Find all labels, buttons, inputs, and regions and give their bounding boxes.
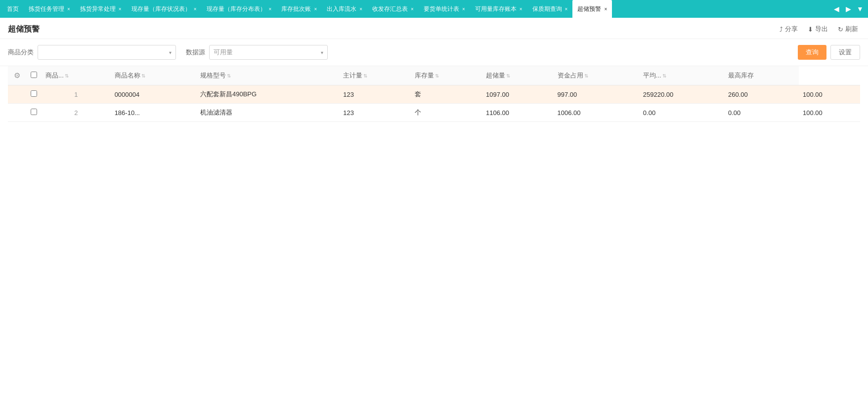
row-checkbox[interactable]	[31, 109, 37, 115]
header-actions: ⤴ 分享 ⬇ 导出 ↻ 刷新	[778, 24, 860, 35]
query-button[interactable]: 查询	[798, 45, 826, 60]
data-source-select[interactable]: 可用量 ▾	[209, 45, 328, 60]
nav-tab-home[interactable]: 首页	[2, 0, 24, 18]
tab-label: 收发存汇总表	[372, 5, 408, 13]
row-num: 2	[42, 104, 111, 122]
tab-close-order-stats[interactable]: ×	[462, 6, 465, 12]
tab-close-available-stock[interactable]: ×	[520, 6, 522, 12]
nav-tab-overstock-warning[interactable]: 超储预警×	[572, 0, 612, 18]
row-gear	[8, 85, 26, 104]
row-gear	[8, 104, 26, 122]
tab-label: 库存批次账	[281, 5, 311, 13]
row-product-name: 机油滤清器	[196, 104, 339, 122]
share-icon: ⤴	[780, 26, 783, 33]
sort-icon-unit[interactable]: ⇅	[363, 73, 367, 79]
nav-tab-collect-summary[interactable]: 收发存汇总表×	[367, 0, 419, 18]
nav-tab-task-mgmt[interactable]: 拣货任务管理×	[24, 0, 75, 18]
tab-label: 首页	[7, 5, 19, 13]
row-num: 1	[42, 85, 111, 104]
sort-icon-inv[interactable]: ⇅	[435, 73, 439, 79]
tab-close-collect-summary[interactable]: ×	[411, 6, 414, 12]
tab-label: 拣货异常处理	[80, 5, 116, 13]
tab-label: 出入库流水	[327, 5, 356, 13]
refresh-button[interactable]: ↻ 刷新	[836, 24, 860, 35]
tab-label: 现存量（库存状况表）	[131, 5, 191, 13]
product-category-label: 商品分类	[8, 48, 34, 57]
nav-next-arrow[interactable]: ▶	[842, 0, 854, 18]
row-checkbox-cell	[26, 85, 42, 104]
nav-tab-abnormal[interactable]: 拣货异常处理×	[75, 0, 127, 18]
tab-label: 拣货任务管理	[29, 5, 64, 13]
refresh-icon: ↻	[838, 26, 843, 33]
row-capital: 0.00	[639, 104, 724, 122]
select-all-checkbox[interactable]	[31, 72, 37, 78]
data-source-filter: 数据源 可用量 ▾	[186, 45, 328, 60]
tab-close-inventory-status[interactable]: ×	[194, 6, 197, 12]
tab-label: 超储预警	[577, 5, 601, 13]
row-checkbox[interactable]	[31, 90, 37, 97]
row-product-code: 186-10...	[111, 104, 196, 122]
row-product-code: 0000004	[111, 85, 196, 104]
data-source-label: 数据源	[186, 48, 205, 57]
row-avg: 260.00	[724, 85, 799, 104]
sort-icon-spec[interactable]: ⇅	[227, 73, 231, 79]
settings-button[interactable]: 设置	[830, 45, 860, 60]
col-spec: 规格型号⇅	[196, 66, 339, 85]
tab-label: 保质期查询	[532, 5, 562, 13]
col-checkbox-header	[26, 66, 42, 85]
row-overstock: 1006.00	[554, 104, 639, 122]
sort-icon-over[interactable]: ⇅	[506, 73, 510, 79]
share-button[interactable]: ⤴ 分享	[778, 24, 800, 35]
filter-area: 商品分类 ▾ 数据源 可用量 ▾ 查询 设置	[0, 39, 868, 66]
row-capital: 259220.00	[639, 85, 724, 104]
product-category-select[interactable]: ▾	[38, 45, 176, 60]
tab-close-batch-account[interactable]: ×	[314, 6, 317, 12]
tab-label: 要货单统计表	[424, 5, 459, 13]
table-row: 2 186-10... 机油滤清器 123 个 1106.00 1006.00 …	[8, 104, 860, 122]
nav-tab-available-stock[interactable]: 可用量库存账本×	[470, 0, 527, 18]
sort-icon-name[interactable]: ⇅	[141, 73, 145, 79]
nav-prev-arrow[interactable]: ◀	[830, 0, 842, 18]
row-unit: 套	[411, 85, 482, 104]
nav-tab-quality-check[interactable]: 保质期查询×	[527, 0, 573, 18]
tab-close-abnormal[interactable]: ×	[119, 6, 122, 12]
col-unit: 主计量⇅	[339, 66, 410, 85]
product-category-filter: 商品分类 ▾	[8, 45, 176, 60]
tab-close-quality-check[interactable]: ×	[565, 6, 568, 12]
page-content: 超储预警 ⤴ 分享 ⬇ 导出 ↻ 刷新 商品分类 ▾ 数据源	[0, 18, 868, 395]
row-max-stock: 100.00	[799, 104, 860, 122]
nav-tab-inventory-dist[interactable]: 现存量（库存分布表）×	[202, 0, 277, 18]
tab-label: 现存量（库存分布表）	[207, 5, 266, 13]
col-max-stock: 最高库存	[724, 66, 799, 85]
top-nav: 首页拣货任务管理×拣货异常处理×现存量（库存状况表）×现存量（库存分布表）×库存…	[0, 0, 868, 18]
nav-more-arrow[interactable]: ▼	[854, 0, 866, 18]
row-overstock: 997.00	[554, 85, 639, 104]
nav-tab-inventory-status[interactable]: 现存量（库存状况表）×	[127, 0, 202, 18]
table-header-row: ⚙ 商品...⇅ 商品名称⇅ 规格型号⇅ 主计量⇅	[8, 66, 860, 85]
tab-close-inventory-dist[interactable]: ×	[269, 6, 272, 12]
export-icon: ⬇	[808, 26, 813, 33]
sort-icon-avg[interactable]: ⇅	[662, 73, 666, 79]
gear-icon[interactable]: ⚙	[14, 71, 20, 79]
nav-tab-inout-flow[interactable]: 出入库流水×	[322, 0, 367, 18]
tab-label: 可用量库存账本	[475, 5, 517, 13]
filter-actions: 查询 设置	[798, 45, 860, 60]
nav-tab-batch-account[interactable]: 库存批次账×	[276, 0, 322, 18]
page-header: 超储预警 ⤴ 分享 ⬇ 导出 ↻ 刷新	[0, 18, 868, 39]
col-product-name: 商品名称⇅	[111, 66, 196, 85]
tab-close-inout-flow[interactable]: ×	[359, 6, 362, 12]
row-inventory: 1097.00	[482, 85, 553, 104]
tab-close-task-mgmt[interactable]: ×	[67, 6, 70, 12]
table-row: 1 0000004 六配套新昌490BPG 123 套 1097.00 997.…	[8, 85, 860, 104]
tab-close-overstock-warning[interactable]: ×	[604, 6, 607, 12]
col-product-code: 商品...⇅	[42, 66, 111, 85]
sort-icon-code[interactable]: ⇅	[65, 73, 69, 79]
col-gear: ⚙	[8, 66, 26, 85]
export-button[interactable]: ⬇ 导出	[806, 24, 830, 35]
row-avg: 0.00	[724, 104, 799, 122]
nav-tab-order-stats[interactable]: 要货单统计表×	[419, 0, 470, 18]
sort-icon-cap[interactable]: ⇅	[584, 73, 588, 79]
table-wrapper: ⚙ 商品...⇅ 商品名称⇅ 规格型号⇅ 主计量⇅	[0, 66, 868, 122]
col-capital: 资金占用⇅	[554, 66, 639, 85]
col-inventory: 库存量⇅	[411, 66, 482, 85]
